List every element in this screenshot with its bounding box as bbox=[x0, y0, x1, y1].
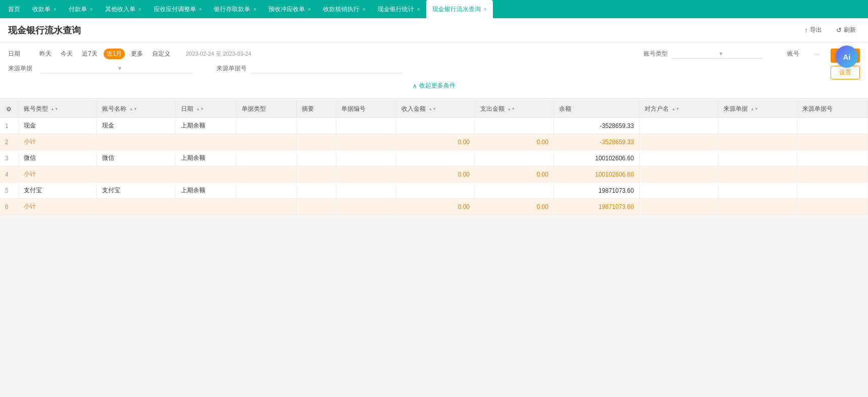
date-opt-custom[interactable]: 自定义 bbox=[149, 49, 173, 59]
table-cell bbox=[336, 118, 396, 134]
table-cell bbox=[797, 199, 867, 215]
table-cell bbox=[336, 150, 396, 166]
nav-tab-cash-flow[interactable]: 现金银行流水查询 × bbox=[426, 0, 493, 18]
table-cell: 0.00 bbox=[396, 199, 475, 215]
table-cell bbox=[396, 118, 475, 134]
account-type-select[interactable]: ▾ bbox=[672, 49, 763, 59]
table-cell: 支付宝 bbox=[18, 183, 97, 199]
nav-tab-adjustment[interactable]: 应收应付调整单 × bbox=[148, 0, 208, 18]
table-cell bbox=[336, 199, 396, 215]
chevron-up-icon: ∧ bbox=[413, 82, 417, 90]
table-cell bbox=[396, 183, 475, 199]
column-summary: 摘要 bbox=[296, 101, 336, 118]
table-cell: 微信 bbox=[18, 150, 97, 166]
source-doc-select[interactable]: ▾ bbox=[40, 64, 192, 73]
export-button[interactable]: ↑ 导出 bbox=[801, 24, 827, 36]
nav-tab-home[interactable]: 首页 bbox=[2, 0, 26, 18]
table-cell bbox=[797, 150, 867, 166]
table-cell: 支付宝 bbox=[97, 183, 176, 199]
date-range-text: 2023-02-24 至 2023-03-24 bbox=[186, 50, 251, 58]
close-icon[interactable]: × bbox=[362, 7, 366, 12]
table-cell bbox=[296, 134, 336, 150]
close-icon[interactable]: × bbox=[484, 7, 487, 12]
nav-tab-collect[interactable]: 收款核销执行 × bbox=[317, 0, 372, 18]
table-cell bbox=[336, 166, 396, 183]
table-cell bbox=[797, 118, 867, 134]
close-icon[interactable]: × bbox=[54, 7, 57, 12]
filter-area: 日期 昨天 今天 近7天 近1月 更多 自定义 2023-02-24 至 202… bbox=[0, 42, 868, 99]
sort-icon[interactable]: ▲▼ bbox=[428, 107, 436, 111]
sort-icon[interactable]: ▲▼ bbox=[750, 107, 758, 111]
date-opt-1month[interactable]: 近1月 bbox=[104, 49, 125, 59]
top-navigation: 首页 收款单 × 付款单 × 其他收入单 × 应收应付调整单 × 银行存取款单 … bbox=[0, 0, 868, 18]
table-cell: 小计 bbox=[18, 166, 97, 183]
date-opt-7days[interactable]: 近7天 bbox=[79, 49, 101, 59]
nav-tab-cash-stats[interactable]: 现金银行统计 × bbox=[372, 0, 426, 18]
table-cell: -3528659.33 bbox=[554, 118, 639, 134]
table-body: 1现金现金上期余额-3528659.332小计0.000.00-3528659.… bbox=[0, 118, 868, 215]
nav-tab-other-income[interactable]: 其他收入单 × bbox=[99, 0, 148, 18]
chevron-down-icon: ▾ bbox=[118, 65, 190, 72]
close-icon[interactable]: × bbox=[417, 7, 420, 12]
sort-icon[interactable]: ▲▼ bbox=[196, 107, 204, 111]
column-expense: 支出金额 ▲▼ bbox=[475, 101, 554, 118]
nav-tab-payment[interactable]: 付款单 × bbox=[63, 0, 99, 18]
date-opt-today[interactable]: 今天 bbox=[58, 49, 76, 59]
sort-icon[interactable]: ▲▼ bbox=[129, 107, 138, 111]
nav-tab-bank-deposit[interactable]: 银行存取款单 × bbox=[208, 0, 262, 18]
account-ellipsis-button[interactable]: ··· bbox=[811, 50, 823, 59]
column-doc-no: 单据编号 bbox=[336, 101, 396, 118]
table-cell: 5 bbox=[0, 183, 18, 199]
table-cell bbox=[475, 183, 554, 199]
table-cell bbox=[797, 166, 867, 183]
table-cell bbox=[639, 134, 718, 150]
table-cell bbox=[97, 199, 176, 215]
column-source-doc-no: 来源单据号 bbox=[797, 101, 867, 118]
table-cell: 100102606.60 bbox=[554, 166, 639, 183]
table-row: 6小计0.000.0019871073.60 bbox=[0, 199, 868, 215]
filter-row-source: 来源单据 ▾ 来源单据号 bbox=[8, 63, 823, 73]
table-cell: 1 bbox=[0, 118, 18, 134]
close-icon[interactable]: × bbox=[199, 7, 202, 12]
ai-assistant-button[interactable]: Ai bbox=[836, 46, 858, 68]
source-doc-no-input[interactable] bbox=[251, 63, 402, 73]
source-doc-no-label: 来源单据号 bbox=[216, 64, 247, 73]
column-account-name: 账号名称 ▲▼ bbox=[97, 101, 176, 118]
date-options: 昨天 今天 近7天 近1月 更多 自定义 bbox=[36, 49, 173, 59]
collapse-button[interactable]: ∧ 收起更多条件 bbox=[8, 79, 860, 92]
table-cell bbox=[236, 118, 296, 134]
table-cell bbox=[475, 118, 554, 134]
table-cell bbox=[296, 118, 336, 134]
table-cell: 0.00 bbox=[475, 199, 554, 215]
table-cell bbox=[475, 150, 554, 166]
account-label: 账号 bbox=[787, 50, 807, 58]
date-opt-more[interactable]: 更多 bbox=[128, 49, 146, 59]
table-cell: 4 bbox=[0, 166, 18, 183]
table-cell: 6 bbox=[0, 199, 18, 215]
table-cell: 0.00 bbox=[396, 166, 475, 183]
export-icon: ↑ bbox=[805, 26, 808, 34]
column-date: 日期 ▲▼ bbox=[176, 101, 236, 118]
setting-button[interactable]: 设置 bbox=[831, 66, 860, 79]
close-icon[interactable]: × bbox=[253, 7, 256, 12]
close-icon[interactable]: × bbox=[308, 7, 311, 12]
close-icon[interactable]: × bbox=[139, 7, 142, 12]
nav-tab-prepay[interactable]: 预收冲应收单 × bbox=[262, 0, 317, 18]
sort-icon[interactable]: ▲▼ bbox=[507, 107, 515, 111]
table-header-row: ⚙ 账号类型 ▲▼ 账号名称 ▲▼ 日期 ▲▼ 单据类型 摘要 单据编号 收入金… bbox=[0, 101, 868, 118]
sort-icon[interactable]: ▲▼ bbox=[671, 107, 679, 111]
close-icon[interactable]: × bbox=[90, 7, 93, 12]
refresh-button[interactable]: ↺ 刷新 bbox=[832, 24, 860, 36]
sort-icon[interactable]: ▲▼ bbox=[51, 107, 59, 111]
column-doc-type: 单据类型 bbox=[236, 101, 296, 118]
date-opt-yesterday[interactable]: 昨天 bbox=[36, 49, 55, 59]
table-cell: 19871073.60 bbox=[554, 183, 639, 199]
table-cell: -3528659.33 bbox=[554, 134, 639, 150]
table-cell: 上期余额 bbox=[176, 150, 236, 166]
table-cell: 现金 bbox=[97, 118, 176, 134]
table-cell: 小计 bbox=[18, 199, 97, 215]
table-cell: 小计 bbox=[18, 134, 97, 150]
nav-tab-receipt[interactable]: 收款单 × bbox=[26, 0, 63, 18]
column-gear[interactable]: ⚙ bbox=[0, 101, 18, 118]
table-cell bbox=[296, 166, 336, 183]
